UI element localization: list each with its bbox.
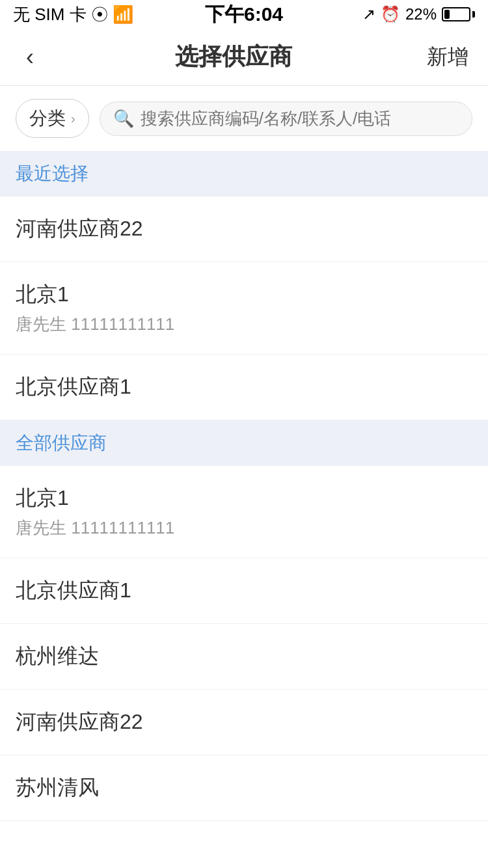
search-box[interactable]: 🔍	[100, 102, 472, 136]
item-name: 河南供应商22	[16, 708, 472, 737]
item-sub: 唐先生 11111111111	[16, 313, 472, 336]
item-name: 北京1	[16, 280, 472, 309]
status-time: 下午6:04	[205, 1, 283, 28]
nav-bar: ‹ 选择供应商 新增	[0, 29, 488, 86]
list-item[interactable]: 北京1唐先生 11111111111	[0, 466, 488, 558]
section-header-all: 全部供应商	[0, 420, 488, 466]
list-item[interactable]: 河南供应商22	[0, 690, 488, 755]
item-name: 杭州维达	[16, 642, 472, 671]
filter-bar: 分类 › 🔍	[0, 86, 488, 151]
location-icon: ↗	[362, 5, 375, 23]
back-button[interactable]: ‹	[20, 37, 40, 77]
category-button[interactable]: 分类 ›	[16, 99, 89, 138]
nav-title: 选择供应商	[175, 41, 292, 73]
search-input[interactable]	[141, 109, 459, 129]
list-item[interactable]: 苏州清风	[0, 755, 488, 821]
status-bar: 无 SIM 卡 ☉ 📶 下午6:04 ↗ ⏰ 22%	[0, 0, 488, 29]
sections-container: 最近选择河南供应商22北京1唐先生 11111111111北京供应商1全部供应商…	[0, 151, 488, 821]
item-name: 北京供应商1	[16, 373, 472, 401]
list-item[interactable]: 杭州维达	[0, 624, 488, 690]
section-header-recent: 最近选择	[0, 151, 488, 197]
list-item[interactable]: 河南供应商22	[0, 197, 488, 262]
list-item[interactable]: 北京1唐先生 11111111111	[0, 262, 488, 355]
battery-icon	[442, 7, 475, 21]
alarm-icon: ⏰	[381, 5, 400, 23]
item-sub: 唐先生 11111111111	[16, 517, 472, 539]
status-left: 无 SIM 卡 ☉ 📶	[13, 3, 133, 26]
item-name: 河南供应商22	[16, 215, 472, 243]
list-item[interactable]: 北京供应商1	[0, 558, 488, 624]
list-item[interactable]: 北京供应商1	[0, 355, 488, 420]
item-name: 北京1	[16, 484, 472, 513]
add-button[interactable]: 新增	[427, 43, 468, 72]
chevron-right-icon: ›	[71, 111, 75, 126]
item-name: 北京供应商1	[16, 576, 472, 605]
item-name: 苏州清风	[16, 774, 472, 802]
category-label: 分类	[29, 106, 66, 131]
status-right: ↗ ⏰ 22%	[362, 5, 475, 23]
search-icon: 🔍	[113, 109, 134, 129]
battery-percent: 22%	[405, 5, 437, 23]
